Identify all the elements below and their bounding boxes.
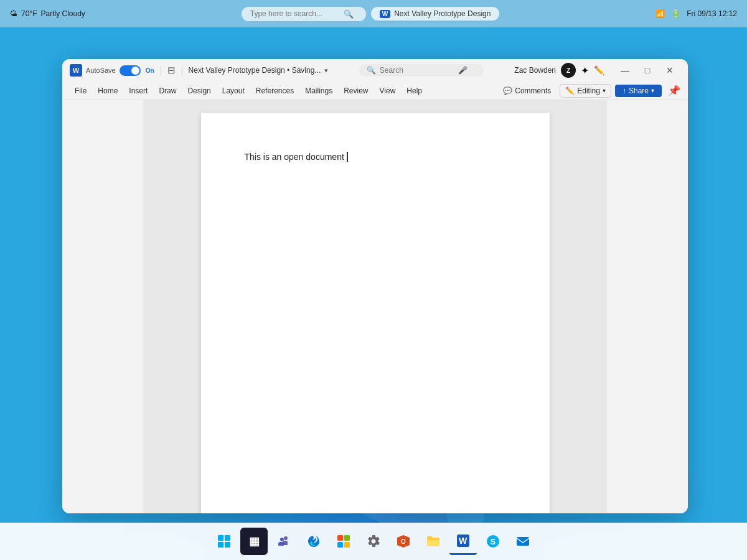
- search-icon-ribbon: 🔍: [367, 66, 376, 75]
- doc-sidebar-left: [62, 100, 143, 513]
- document-body-text[interactable]: This is an open document: [245, 152, 344, 162]
- doc-content[interactable]: This is an open document: [143, 100, 607, 513]
- menu-home[interactable]: Home: [93, 84, 123, 98]
- word-taskbar-icon: W: [456, 533, 471, 548]
- doc-page[interactable]: This is an open document: [201, 113, 550, 513]
- comment-icon: 💬: [503, 86, 512, 95]
- document-area: This is an open document: [62, 100, 688, 513]
- pencil-icon[interactable]: ✏️: [594, 65, 604, 75]
- menu-view[interactable]: View: [375, 84, 401, 98]
- skype-icon: S: [486, 534, 500, 549]
- editing-button[interactable]: ✏️ Editing ▾: [560, 84, 611, 98]
- menu-mailings[interactable]: Mailings: [300, 84, 337, 98]
- desktop: 🌤 70°F Partly Cloudy 🔍 W Next Valley Pro…: [0, 0, 747, 560]
- top-bar: 🌤 70°F Partly Cloudy 🔍 W Next Valley Pro…: [0, 0, 747, 27]
- close-button[interactable]: ✕: [659, 62, 680, 78]
- share-button[interactable]: ↑ Share ▾: [615, 85, 662, 97]
- taskbar-start-button[interactable]: [210, 528, 238, 555]
- svg-rect-7: [218, 535, 223, 541]
- edge-icon: [306, 534, 321, 549]
- svg-text:W: W: [459, 536, 467, 546]
- share-label: Share: [629, 86, 649, 95]
- taskbar-office[interactable]: O: [390, 528, 417, 555]
- separator: [161, 65, 161, 75]
- title-bar-center: 🔍 🎤: [333, 64, 509, 77]
- menu-help[interactable]: Help: [402, 84, 427, 98]
- title-bar-right: Zac Bowden Z ✦ ✏️ — □ ✕: [514, 62, 680, 78]
- top-bar-right: 📶 🔋 Fri 09/13 12:12: [655, 9, 737, 18]
- svg-rect-15: [337, 542, 343, 548]
- taskbar-edge[interactable]: [300, 528, 327, 555]
- autosave-toggle[interactable]: [120, 65, 141, 76]
- taskbar-store[interactable]: [330, 528, 357, 555]
- user-name: Zac Bowden: [514, 66, 556, 75]
- edit-icon: ✏️: [565, 86, 575, 95]
- menu-file[interactable]: File: [70, 84, 92, 98]
- wifi-icon: 📶: [655, 9, 665, 18]
- teams-icon: [276, 534, 291, 549]
- user-avatar[interactable]: Z: [561, 63, 576, 78]
- svg-rect-9: [218, 542, 223, 548]
- taskbar-word[interactable]: W: [449, 528, 477, 555]
- doc-sidebar-right: [607, 100, 688, 513]
- title-bar-left: W AutoSave On ⊟ Next Valley Prototype De…: [70, 64, 328, 77]
- active-app-pill[interactable]: W Next Valley Prototype Design: [371, 7, 500, 21]
- search-icon: 🔍: [344, 9, 354, 19]
- top-bar-center: 🔍 W Next Valley Prototype Design: [85, 7, 655, 21]
- editing-dropdown-icon: ▾: [603, 87, 606, 94]
- datetime: Fri 09/13 12:12: [687, 9, 737, 18]
- weather-temp: 70°F: [21, 9, 37, 18]
- maximize-button[interactable]: □: [637, 62, 658, 78]
- menu-layout[interactable]: Layout: [217, 84, 250, 98]
- svg-rect-8: [225, 535, 230, 541]
- minimize-button[interactable]: —: [614, 62, 636, 78]
- pin-icon[interactable]: 📌: [668, 85, 680, 96]
- svg-rect-16: [344, 542, 350, 548]
- file-explorer-icon: [426, 534, 441, 549]
- svg-point-12: [280, 538, 284, 541]
- ribbon-search-input[interactable]: [380, 66, 454, 75]
- microphone-icon[interactable]: 🎤: [458, 66, 467, 75]
- mail-icon: [515, 534, 530, 549]
- top-search-input[interactable]: [250, 9, 344, 18]
- ribbon-menu: File Home Insert Draw Design Layout Refe…: [62, 82, 688, 100]
- settings-icon: [366, 534, 381, 549]
- taskbar-mail[interactable]: [509, 528, 537, 555]
- battery-icon: 🔋: [671, 9, 680, 18]
- taskbar-widgets[interactable]: ▦: [240, 528, 268, 555]
- copilot-icon[interactable]: ✦: [581, 65, 589, 77]
- active-app-name: Next Valley Prototype Design: [394, 9, 491, 18]
- taskbar-settings[interactable]: [360, 528, 387, 555]
- menu-references[interactable]: References: [251, 84, 299, 98]
- title-dropdown-icon[interactable]: ▾: [324, 67, 328, 75]
- svg-rect-13: [337, 535, 343, 541]
- weather-desc: Partly Cloudy: [40, 9, 85, 18]
- comments-label: Comments: [515, 86, 551, 95]
- weather-widget[interactable]: 🌤 70°F Partly Cloudy: [10, 9, 85, 18]
- taskbar-file-explorer[interactable]: [420, 528, 447, 555]
- document-title: Next Valley Prototype Design • Saving...: [189, 66, 321, 75]
- autosave-on-text: On: [146, 67, 154, 74]
- window-controls: — □ ✕: [614, 62, 680, 78]
- office-icon: O: [396, 534, 411, 549]
- taskbar-skype[interactable]: S: [479, 528, 507, 555]
- windows-logo-icon: [217, 534, 231, 548]
- ribbon-search-box[interactable]: 🔍 🎤: [359, 64, 484, 77]
- taskbar-teams[interactable]: [270, 528, 298, 555]
- widgets-icon: ▦: [249, 534, 260, 548]
- menu-design[interactable]: Design: [182, 84, 215, 98]
- cursor: [344, 152, 348, 162]
- svg-rect-22: [517, 537, 529, 546]
- menu-draw[interactable]: Draw: [154, 84, 181, 98]
- separator2: [182, 65, 182, 75]
- word-window: W AutoSave On ⊟ Next Valley Prototype De…: [62, 59, 688, 513]
- top-search-box[interactable]: 🔍: [242, 7, 366, 21]
- svg-rect-10: [225, 542, 230, 548]
- taskbar-icons: ▦: [210, 528, 537, 555]
- editing-label: Editing: [577, 86, 600, 95]
- menu-review[interactable]: Review: [339, 84, 373, 98]
- menu-insert[interactable]: Insert: [124, 84, 153, 98]
- autosave-label: AutoSave: [86, 67, 116, 74]
- share-dropdown-icon: ▾: [651, 87, 654, 94]
- comments-button[interactable]: 💬 Comments: [498, 85, 556, 97]
